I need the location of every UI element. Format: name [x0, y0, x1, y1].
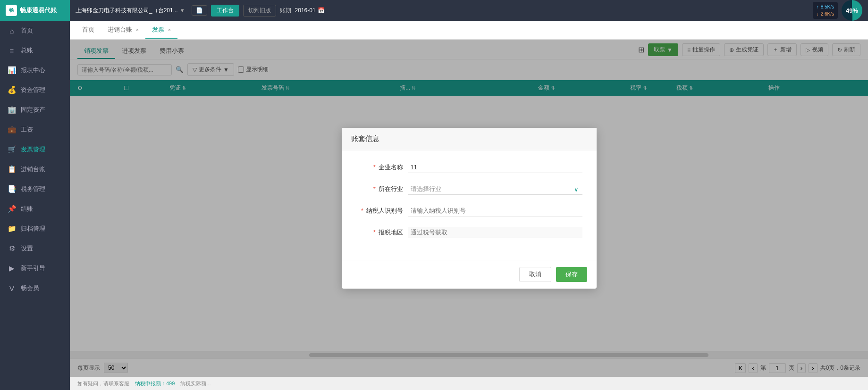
speed-percent: 49%	[846, 7, 858, 14]
purchase-icon: 📋	[8, 165, 16, 174]
form-row-tax-id: * 纳税人识别号	[356, 205, 582, 216]
ledger-icon: ≡	[8, 47, 16, 55]
speed-up: 8.5K/s	[821, 3, 834, 10]
sidebar-item-label: 发票管理	[21, 145, 45, 154]
company-name: 上海卯金刀电子科技有限公司_（台201...	[76, 7, 178, 15]
cancel-button[interactable]: 取消	[519, 267, 551, 282]
topbar: 上海卯金刀电子科技有限公司_（台201... ▼ 📄 工作台 切到旧版 账期 2…	[70, 0, 868, 21]
required-mark: *	[373, 164, 376, 171]
sidebar-item-salary[interactable]: 💼 工资	[0, 120, 70, 140]
industry-select-wrapper: 请选择行业 ∨	[408, 183, 582, 195]
main-area: 上海卯金刀电子科技有限公司_（台201... ▼ 📄 工作台 切到旧版 账期 2…	[70, 0, 868, 390]
tax-id-label: * 纳税人识别号	[356, 207, 408, 215]
sidebar-item-guide[interactable]: ▶ 新手引导	[0, 258, 70, 278]
sidebar-item-label: 报表中心	[21, 66, 45, 75]
form-row-tax-region: * 报税地区	[356, 227, 582, 238]
invoice-icon: 🛒	[8, 145, 16, 154]
content-area: 销项发票 进项发票 费用小票 ⊞ 取票 ▼ ≡ 批	[70, 40, 868, 377]
logo-icon: 畅	[6, 5, 17, 16]
doc-icon: 📄	[196, 7, 203, 14]
sidebar-item-invoice[interactable]: 🛒 发票管理	[0, 140, 70, 159]
content-tabs: 首页 进销台账 × 发票 ×	[70, 21, 868, 40]
sidebar-item-label: 归档管理	[21, 224, 45, 233]
sidebar-item-archive[interactable]: 📁 归档管理	[0, 219, 70, 239]
sidebar-item-asset[interactable]: 🏢 固定资产	[0, 100, 70, 120]
form-row-company-name: * 企业名称	[356, 162, 582, 173]
tax-id-input[interactable]	[408, 205, 582, 216]
sidebar-item-label: 资金管理	[21, 86, 45, 94]
switch-old-button[interactable]: 切到旧版	[243, 5, 276, 17]
archive-icon: 📁	[8, 224, 16, 233]
sidebar-item-label: 畅会员	[21, 284, 39, 292]
sidebar-item-member[interactable]: V 畅会员	[0, 278, 70, 298]
required-mark: *	[361, 207, 363, 214]
bottom-bar: 如有疑问，请联系客服 纳税申报额：499 纳税实际额...	[70, 377, 868, 390]
sidebar-item-label: 工资	[21, 125, 33, 134]
tab-home[interactable]: 首页	[76, 22, 101, 39]
company-arrow-icon: ▼	[180, 8, 185, 13]
app-name: 畅康通易代账	[20, 6, 57, 15]
tax-region-input	[408, 227, 582, 238]
period-value: 2016-01	[295, 7, 316, 14]
tax-declare-link[interactable]: 纳税申报额：499	[135, 380, 175, 387]
sidebar-item-label: 总账	[21, 46, 33, 55]
settle-icon: 📌	[8, 205, 16, 213]
modal-title: 账套信息	[351, 134, 379, 142]
sidebar-item-label: 固定资产	[21, 106, 45, 114]
tab-purchase-label: 进销台账	[108, 26, 132, 33]
tab-purchase[interactable]: 进销台账 ×	[101, 22, 145, 39]
sidebar-item-label: 设置	[21, 244, 33, 253]
sidebar-item-settle[interactable]: 📌 结账	[0, 199, 70, 219]
required-mark: *	[373, 229, 376, 236]
tax-actual-text: 纳税实际额...	[180, 380, 211, 387]
tab-invoice-label: 发票	[152, 26, 164, 33]
speed-display: ↑ 8.5K/s ↓ 2.6K/s	[813, 2, 838, 19]
sidebar-item-label: 税务管理	[21, 185, 45, 193]
sidebar-item-home[interactable]: ⌂ 首页	[0, 21, 70, 41]
salary-icon: 💼	[8, 125, 16, 134]
guide-icon: ▶	[8, 264, 16, 273]
sidebar-item-ledger[interactable]: ≡ 总账	[0, 41, 70, 60]
industry-select[interactable]: 请选择行业	[408, 183, 582, 194]
app-logo: 畅 畅康通易代账	[0, 0, 70, 21]
speed-circle: 49%	[842, 0, 862, 21]
period-display: 账期 2016-01 📅	[280, 7, 325, 15]
sidebar-item-label: 结账	[21, 205, 33, 213]
workbench-button[interactable]: 工作台	[211, 5, 239, 17]
form-row-industry: * 所在行业 请选择行业 ∨	[356, 183, 582, 195]
bottom-text: 如有疑问，请联系客服	[77, 380, 129, 387]
account-info-modal: 账套信息 * 企业名称 * 所在行	[342, 128, 597, 289]
sidebar-item-label: 进销台账	[21, 165, 45, 174]
sidebar-item-finance[interactable]: 💰 资金管理	[0, 80, 70, 100]
sidebar-item-settings[interactable]: ⚙ 设置	[0, 239, 70, 258]
doc-icon-button[interactable]: 📄	[192, 5, 207, 16]
settings-icon: ⚙	[8, 244, 16, 253]
save-button[interactable]: 保存	[556, 267, 587, 282]
sidebar-item-report[interactable]: 📊 报表中心	[0, 60, 70, 80]
home-icon: ⌂	[8, 27, 16, 35]
tab-home-label: 首页	[82, 26, 94, 33]
modal-footer: 取消 保存	[342, 260, 597, 289]
tax-region-label: * 报税地区	[356, 228, 408, 237]
tab-purchase-close[interactable]: ×	[136, 27, 139, 33]
modal-overlay: 账套信息 * 企业名称 * 所在行	[70, 40, 868, 377]
industry-label: * 所在行业	[356, 185, 408, 193]
member-icon: V	[8, 284, 16, 292]
sidebar-item-purchase[interactable]: 📋 进销台账	[0, 159, 70, 179]
company-selector[interactable]: 上海卯金刀电子科技有限公司_（台201... ▼	[76, 7, 185, 15]
sidebar: 畅 畅康通易代账 ⌂ 首页 ≡ 总账 📊 报表中心 💰 资金管理 🏢 固定资产 …	[0, 0, 70, 390]
company-name-label: * 企业名称	[356, 163, 408, 172]
calendar-icon: 📅	[318, 7, 325, 14]
tab-invoice[interactable]: 发票 ×	[145, 22, 177, 39]
finance-icon: 💰	[8, 86, 16, 94]
modal-body: * 企业名称 * 所在行业 请选择行业	[342, 150, 597, 260]
sidebar-item-label: 新手引导	[21, 264, 45, 273]
company-name-input[interactable]	[408, 162, 582, 173]
period-label: 账期	[280, 7, 291, 15]
speed-down: 2.6K/s	[821, 10, 834, 17]
tab-invoice-close[interactable]: ×	[168, 27, 171, 33]
tax-icon: 📑	[8, 185, 16, 193]
sidebar-item-tax[interactable]: 📑 税务管理	[0, 179, 70, 199]
modal-header: 账套信息	[342, 128, 597, 150]
asset-icon: 🏢	[8, 106, 16, 114]
